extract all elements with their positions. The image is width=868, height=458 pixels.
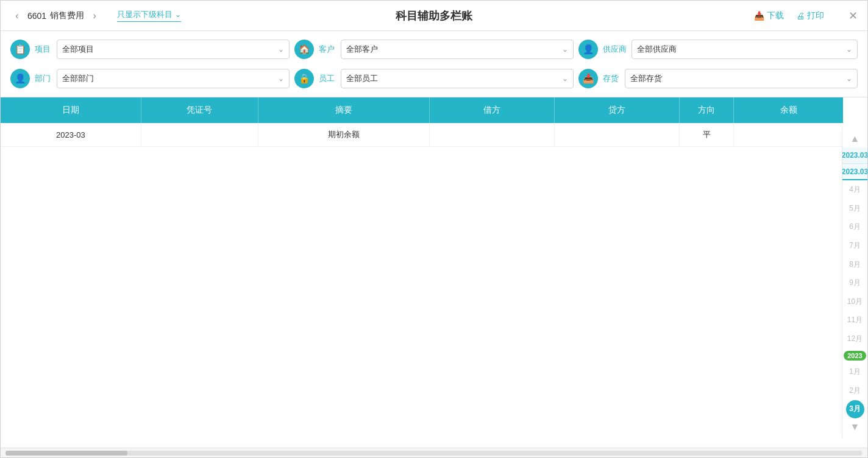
sidebar-month-item[interactable]: 8月 (842, 255, 867, 274)
inventory-value: 全部存货 (630, 73, 662, 84)
account-code: 6601 (27, 11, 46, 21)
table-row: 2023-03期初余额平 (1, 123, 843, 147)
supplier-select[interactable]: 全部供应商 ⌄ (631, 40, 858, 59)
department-arrow-icon: ⌄ (278, 74, 284, 83)
employee-arrow-icon: ⌄ (562, 74, 568, 83)
inventory-arrow-icon: ⌄ (846, 74, 852, 83)
filter-area: 📋 项目 全部项目 ⌄ 🏠 客户 全部客户 ⌄ 👤 供应商 全部供应商 ⌄ (1, 31, 867, 97)
customer-icon: 🏠 (294, 40, 314, 59)
sidebar-month-item[interactable]: 1月 (842, 362, 867, 381)
scrollbar-thumb[interactable] (5, 451, 127, 456)
sidebar-month-item[interactable]: 11月 (842, 311, 867, 330)
project-label: 项目 (35, 44, 52, 55)
project-value: 全部项目 (62, 44, 94, 55)
sidebar-month-item[interactable]: 6月 (842, 218, 867, 237)
title-bar: ‹ 6601 销售费用 › 只显示下级科目 ⌄ 科目辅助多栏账 📥 下载 🖨 打… (1, 1, 867, 31)
print-label: 打印 (807, 10, 824, 21)
department-value: 全部部门 (62, 73, 94, 84)
filter-customer: 🏠 客户 全部客户 ⌄ (294, 37, 574, 62)
sidebar-month-item[interactable]: 7月 (842, 236, 867, 255)
sidebar-month-item[interactable]: 2月 (842, 381, 867, 400)
download-label: 下载 (767, 10, 784, 21)
customer-label: 客户 (319, 44, 336, 55)
show-sub-label: 只显示下级科目 (117, 9, 173, 20)
sidebar-up-btn[interactable]: ▲ (844, 130, 866, 147)
cell-date: 2023-03 (1, 123, 141, 147)
print-btn[interactable]: 🖨 打印 (796, 10, 824, 21)
nav-area: ‹ 6601 销售费用 › 只显示下级科目 ⌄ (10, 9, 181, 23)
col-header-balance: 余额 (734, 97, 843, 123)
filter-department: 👤 部门 全部部门 ⌄ (10, 66, 290, 91)
filter-inventory: 📥 存货 全部存货 ⌄ (578, 66, 858, 91)
filter-employee: 🔒 员工 全部员工 ⌄ (294, 66, 574, 91)
employee-label: 员工 (319, 73, 336, 84)
project-select[interactable]: 全部项目 ⌄ (57, 40, 290, 59)
download-btn[interactable]: 📥 下载 (754, 10, 784, 21)
project-arrow-icon: ⌄ (278, 45, 284, 54)
sidebar-month-item[interactable]: 2023.03 (842, 164, 867, 180)
table-container: 日期 凭证号 摘要 借方 贷方 方向 余额 2023-03期初余额平 (1, 97, 867, 448)
col-header-debit: 借方 (430, 97, 555, 123)
supplier-value: 全部供应商 (637, 44, 677, 55)
employee-value: 全部员工 (346, 73, 378, 84)
sidebar-month-item[interactable]: 12月 (842, 329, 867, 348)
cell-balance (734, 123, 843, 147)
inventory-icon: 📥 (578, 69, 598, 88)
sidebar-month-item[interactable]: 5月 (842, 199, 867, 218)
sidebar-month-item[interactable]: 2023 (842, 348, 867, 362)
col-header-date: 日期 (1, 97, 141, 123)
sidebar-month-item[interactable]: 3月 (842, 400, 867, 418)
department-icon: 👤 (10, 69, 30, 88)
cell-summary: 期初余额 (258, 123, 430, 147)
main-window: ‹ 6601 销售费用 › 只显示下级科目 ⌄ 科目辅助多栏账 📥 下载 🖨 打… (0, 0, 868, 458)
prev-account-btn[interactable]: ‹ (10, 9, 24, 23)
cell-voucher (141, 123, 258, 147)
col-header-credit: 贷方 (555, 97, 680, 123)
sidebar-month-item[interactable]: 4月 (842, 180, 867, 199)
sidebar-down-btn[interactable]: ▼ (844, 418, 866, 435)
col-header-direction: 方向 (679, 97, 734, 123)
department-select[interactable]: 全部部门 ⌄ (57, 69, 290, 88)
sidebar-month-item[interactable]: 2023.03 (842, 147, 867, 164)
cell-direction: 平 (679, 123, 734, 147)
page-title: 科目辅助多栏账 (396, 9, 472, 23)
right-sidebar: ▲ 2023.032023.034月5月6月7月8月9月10月11月12月202… (842, 128, 867, 438)
scrollbar-area[interactable] (1, 448, 867, 457)
filter-project: 📋 项目 全部项目 ⌄ (10, 37, 290, 62)
inventory-label: 存货 (603, 73, 620, 84)
customer-select[interactable]: 全部客户 ⌄ (341, 40, 574, 59)
print-icon: 🖨 (796, 11, 805, 21)
download-icon: 📥 (754, 11, 764, 21)
show-sub-toggle[interactable]: 只显示下级科目 ⌄ (117, 9, 181, 22)
sidebar-month-list: 2023.032023.034月5月6月7月8月9月10月11月12月20231… (842, 147, 867, 418)
project-icon: 📋 (10, 40, 30, 59)
inventory-select[interactable]: 全部存货 ⌄ (625, 69, 858, 88)
chevron-down-icon: ⌄ (175, 10, 181, 19)
sidebar-month-item[interactable]: 10月 (842, 292, 867, 311)
cell-debit (430, 123, 555, 147)
department-label: 部门 (35, 73, 52, 84)
ledger-table: 日期 凭证号 摘要 借方 贷方 方向 余额 2023-03期初余额平 (1, 97, 843, 147)
supplier-label: 供应商 (603, 44, 627, 55)
supplier-icon: 👤 (578, 40, 598, 59)
cell-credit (555, 123, 680, 147)
supplier-arrow-icon: ⌄ (846, 45, 852, 54)
next-account-btn[interactable]: › (88, 9, 101, 23)
employee-select[interactable]: 全部员工 ⌄ (341, 69, 574, 88)
filter-supplier: 👤 供应商 全部供应商 ⌄ (578, 37, 858, 62)
employee-icon: 🔒 (294, 69, 314, 88)
col-header-voucher: 凭证号 (141, 97, 258, 123)
col-header-summary: 摘要 (258, 97, 430, 123)
account-name: 销售费用 (50, 10, 84, 21)
customer-arrow-icon: ⌄ (562, 45, 568, 54)
customer-value: 全部客户 (346, 44, 378, 55)
title-actions: 📥 下载 🖨 打印 ✕ (754, 9, 858, 23)
scrollbar-track (5, 451, 863, 456)
sidebar-month-item[interactable]: 9月 (842, 273, 867, 292)
close-btn[interactable]: ✕ (848, 9, 858, 23)
